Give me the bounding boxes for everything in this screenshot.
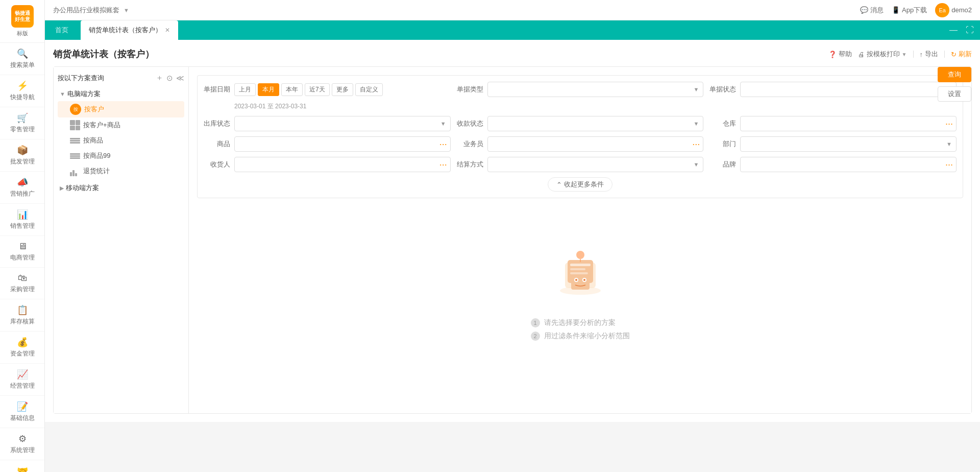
print-icon: 🖨: [858, 51, 865, 58]
sidebar-item-sales[interactable]: 📊 销售管理: [0, 204, 44, 236]
date-this-year-btn[interactable]: 本年: [281, 83, 303, 96]
tab-home[interactable]: 首页: [45, 20, 79, 40]
query-button[interactable]: 查询: [938, 67, 971, 82]
ops-icon: 📈: [17, 369, 28, 380]
goods-select[interactable]: ···: [234, 136, 451, 152]
tree-item-by-goods99[interactable]: 按商品99: [58, 148, 184, 163]
refresh-btn[interactable]: ↻ 刷新: [951, 50, 972, 59]
filter-dept: 部门 ▼: [709, 136, 957, 152]
export-btn[interactable]: ↑ 导出: [920, 50, 939, 59]
retail-icon: 🛒: [17, 112, 28, 124]
sidebar-item-finance[interactable]: 💰 资金管理: [0, 332, 44, 364]
filter-row-4: 收货人 ··· 结算方式 ▼: [204, 157, 957, 172]
sidebar-item-shortcut[interactable]: ⚡ 快捷导航: [0, 75, 44, 107]
collapse-up-icon: ⌃: [556, 181, 562, 188]
warehouse-select[interactable]: ···: [740, 116, 957, 131]
tree-desktop-parent[interactable]: ▼ 电脑端方案: [58, 87, 184, 101]
date-7days-btn[interactable]: 近7天: [305, 83, 330, 96]
user-menu[interactable]: Ea demo2: [935, 3, 972, 17]
staff-select[interactable]: ···: [487, 136, 704, 152]
dept-select[interactable]: ▼: [740, 136, 957, 152]
filter-goods: 商品 ···: [204, 136, 451, 152]
tab-close-icon[interactable]: ✕: [165, 27, 170, 34]
tree-item-by-goods[interactable]: 按商品: [58, 133, 184, 148]
sidebar-item-system[interactable]: ⚙ 系统管理: [0, 428, 44, 460]
ship-status-select[interactable]: ▼: [234, 116, 451, 131]
payment-status-select[interactable]: ▼: [487, 116, 704, 131]
sidebar-item-enterprise[interactable]: 🤝 企业协同: [0, 460, 44, 472]
sidebar-item-retail[interactable]: 🛒 零售管理: [0, 107, 44, 139]
date-this-month-btn[interactable]: 本月: [258, 83, 279, 96]
tab-minimize-icon[interactable]: —: [947, 25, 960, 36]
date-last-month-btn[interactable]: 上月: [234, 83, 256, 96]
sidebar-item-purchase[interactable]: 🛍 采购管理: [0, 268, 44, 299]
tab-sales-stats[interactable]: 销货单统计表（按客户） ✕: [81, 20, 178, 40]
page-title-row: 销货单统计表（按客户） ❓ 帮助 🖨 按模板打印 ▼ ↑ 导出: [53, 48, 972, 60]
sidebar-item-inventory[interactable]: 📋 库存核算: [0, 299, 44, 332]
sidebar-item-wholesale[interactable]: 📦 批发管理: [0, 139, 44, 172]
dropdown-arrow-icon[interactable]: ▼: [124, 7, 129, 13]
tree-item-return-stats[interactable]: 退货统计: [58, 163, 184, 179]
receiver-dots[interactable]: ···: [439, 159, 447, 170]
svg-rect-8: [571, 275, 590, 290]
payment-method-select[interactable]: ▼: [487, 157, 704, 172]
basic-icon: 📝: [17, 401, 28, 412]
svg-point-12: [583, 279, 585, 281]
header-right: 💬 消息 📱 App下载 Ea demo2: [860, 3, 972, 17]
tree-mobile-parent[interactable]: ▶ 移动端方案: [58, 181, 184, 195]
collapse-btn[interactable]: ⌃ 收起更多条件: [548, 177, 612, 192]
tab-maximize-icon[interactable]: ⛶: [964, 25, 976, 36]
empty-tip-1: 1 请先选择要分析的方案: [531, 318, 630, 327]
filter-doc-type: 单据类型 ▼: [457, 82, 704, 97]
add-scheme-btn[interactable]: ＋: [156, 73, 163, 83]
settings-button[interactable]: 设置: [938, 86, 971, 102]
sidebar-item-ecom[interactable]: 🖥 电商管理: [0, 236, 44, 268]
messages-btn[interactable]: 💬 消息: [860, 6, 884, 15]
dept-label: 部门: [709, 139, 736, 149]
payment-method-label: 结算方式: [457, 160, 483, 169]
filter-ship-status: 出库状态 ▼: [204, 116, 451, 131]
payment-dropdown-icon: ▼: [693, 121, 699, 127]
template-print-btn[interactable]: 🖨 按模板打印 ▼: [858, 50, 907, 59]
staff-dots[interactable]: ···: [692, 139, 700, 150]
collapse-panel-btn[interactable]: ≪: [176, 74, 184, 83]
tree-desktop-section: ▼ 电脑端方案 按 按客户: [58, 87, 184, 179]
wholesale-icon: 📦: [17, 145, 28, 156]
sidebar-item-marketing[interactable]: 📣 营销推广: [0, 172, 44, 204]
tree-item-by-customer-goods[interactable]: 按客户+商品: [58, 117, 184, 133]
app-download-btn[interactable]: 📱 App下载: [892, 6, 927, 15]
date-more-btn[interactable]: 更多: [332, 83, 353, 96]
warehouse-dots[interactable]: ···: [945, 119, 953, 129]
brand-dots[interactable]: ···: [945, 159, 953, 170]
bar-chart-icon: [70, 166, 80, 176]
logo-icon: 畅捷通好生意: [11, 5, 34, 28]
sales-icon: 📊: [17, 209, 28, 220]
panel-header-icons: ＋ ⊙ ≪: [156, 73, 184, 83]
receiver-label: 收货人: [204, 160, 230, 169]
payment-label: 收款状态: [457, 119, 483, 128]
sidebar-item-basic[interactable]: 📝 基础信息: [0, 396, 44, 428]
goods-dots[interactable]: ···: [439, 139, 447, 150]
help-btn[interactable]: ❓ 帮助: [828, 50, 852, 59]
ship-dropdown-icon: ▼: [440, 121, 446, 127]
enterprise-icon: 🤝: [17, 465, 28, 472]
receiver-select[interactable]: ···: [234, 157, 451, 172]
doc-status-select[interactable]: ▼: [740, 82, 957, 97]
edit-scheme-btn[interactable]: ⊙: [166, 74, 173, 83]
tip-num-1: 1: [531, 318, 540, 327]
filter-date: 单据日期 上月 本月 本年 近7天 更多 自定义: [204, 82, 451, 97]
doc-type-select[interactable]: ▼: [487, 82, 704, 97]
tree-item-by-customer[interactable]: 按 按客户: [58, 101, 184, 117]
sidebar-item-search[interactable]: 🔍 搜索菜单: [0, 43, 44, 75]
tab-bar-actions: — ⛶: [947, 25, 980, 36]
brand-select[interactable]: ···: [740, 157, 957, 172]
sidebar-item-ops[interactable]: 📈 经营管理: [0, 364, 44, 396]
date-custom-btn[interactable]: 自定义: [355, 83, 383, 96]
tree-mobile-section: ▶ 移动端方案: [58, 181, 184, 195]
tree-collapsed-icon: ▶: [60, 185, 64, 192]
finance-icon: 💰: [17, 337, 28, 348]
filter-staff: 业务员 ···: [457, 136, 704, 152]
svg-rect-4: [570, 268, 585, 270]
dept-dropdown-icon: ▼: [946, 141, 952, 147]
empty-state: 1 请先选择要分析的方案 2 用过滤条件来缩小分析范围: [197, 206, 963, 382]
